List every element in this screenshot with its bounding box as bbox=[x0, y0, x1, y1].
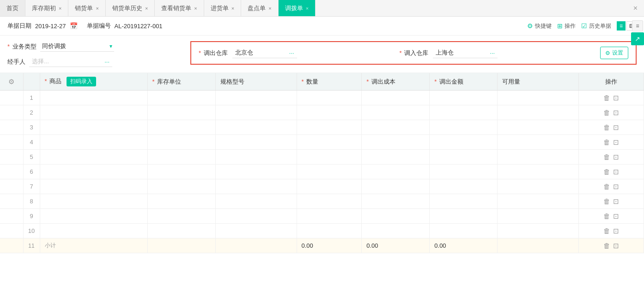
row-product-cell[interactable] bbox=[40, 194, 147, 209]
row-copy-icon[interactable]: ⊡ bbox=[613, 183, 619, 191]
row-spec-cell[interactable] bbox=[215, 120, 297, 135]
row-amount-cell[interactable] bbox=[430, 224, 498, 238]
row-cost-cell[interactable] bbox=[362, 150, 430, 165]
tab-inventory-check-close[interactable]: × bbox=[268, 6, 271, 11]
row-qty-cell[interactable] bbox=[297, 165, 362, 179]
row-amount-cell[interactable] bbox=[430, 165, 498, 179]
person-select[interactable]: 选择... ··· bbox=[29, 56, 112, 67]
row-cost-cell[interactable] bbox=[362, 209, 430, 224]
row-copy-icon[interactable]: ⊡ bbox=[613, 94, 619, 102]
row-delete-icon[interactable]: 🗑 bbox=[603, 197, 610, 205]
row-unit-cell[interactable] bbox=[147, 150, 215, 165]
row-amount-cell[interactable] bbox=[430, 150, 498, 165]
row-cost-cell[interactable] bbox=[362, 224, 430, 238]
operations-button[interactable]: ⊞ 操作 bbox=[557, 22, 576, 30]
row-unit-cell[interactable] bbox=[147, 224, 215, 238]
row-copy-icon[interactable]: ⊡ bbox=[613, 123, 619, 132]
history-button[interactable]: ☑ 历史单据 bbox=[581, 22, 611, 30]
transfer-in-warehouse[interactable]: 上海仓 ··· bbox=[433, 48, 498, 58]
row-unit-cell[interactable] bbox=[147, 209, 215, 224]
row-spec-cell[interactable] bbox=[215, 165, 297, 179]
tab-home[interactable]: 首页 bbox=[0, 0, 25, 16]
subtotal-delete-icon[interactable]: 🗑 bbox=[603, 242, 610, 250]
transfer-out-more-icon[interactable]: ··· bbox=[289, 49, 294, 56]
row-product-cell[interactable] bbox=[40, 179, 147, 194]
row-qty-cell[interactable] bbox=[297, 179, 362, 194]
row-unit-cell[interactable] bbox=[147, 120, 215, 135]
row-product-cell[interactable] bbox=[40, 120, 147, 135]
tab-sales-order[interactable]: 销货单 × bbox=[68, 0, 105, 16]
row-cost-cell[interactable] bbox=[362, 120, 430, 135]
row-qty-cell[interactable] bbox=[297, 105, 362, 120]
row-cost-cell[interactable] bbox=[362, 165, 430, 179]
row-delete-icon[interactable]: 🗑 bbox=[603, 212, 610, 220]
row-unit-cell[interactable] bbox=[147, 105, 215, 120]
tab-purchase-order-close[interactable]: × bbox=[231, 6, 234, 11]
row-delete-icon[interactable]: 🗑 bbox=[603, 153, 610, 161]
row-amount-cell[interactable] bbox=[430, 194, 498, 209]
row-amount-cell[interactable] bbox=[430, 91, 498, 105]
row-unit-cell[interactable] bbox=[147, 179, 215, 194]
row-product-cell[interactable] bbox=[40, 91, 147, 105]
row-amount-cell[interactable] bbox=[430, 120, 498, 135]
row-product-cell[interactable] bbox=[40, 105, 147, 120]
row-spec-cell[interactable] bbox=[215, 179, 297, 194]
row-copy-icon[interactable]: ⊡ bbox=[613, 212, 619, 220]
settings-button[interactable]: ⚙ 设置 bbox=[600, 47, 628, 59]
business-type-select[interactable]: 同价调拨 ▾ bbox=[40, 41, 114, 52]
tab-inventory-init[interactable]: 库存期初 × bbox=[25, 0, 68, 16]
row-cost-cell[interactable] bbox=[362, 179, 430, 194]
row-spec-cell[interactable] bbox=[215, 224, 297, 238]
row-unit-cell[interactable] bbox=[147, 135, 215, 150]
transfer-out-warehouse[interactable]: 北京仓 ··· bbox=[232, 48, 297, 58]
row-qty-cell[interactable] bbox=[297, 224, 362, 238]
row-spec-cell[interactable] bbox=[215, 135, 297, 150]
row-delete-icon[interactable]: 🗑 bbox=[603, 138, 610, 146]
row-amount-cell[interactable] bbox=[430, 179, 498, 194]
row-qty-cell[interactable] bbox=[297, 194, 362, 209]
row-qty-cell[interactable] bbox=[297, 91, 362, 105]
tab-transfer-order-close[interactable]: × bbox=[306, 6, 309, 11]
subtotal-copy-icon[interactable]: ⊡ bbox=[613, 242, 619, 250]
row-qty-cell[interactable] bbox=[297, 135, 362, 150]
row-qty-cell[interactable] bbox=[297, 150, 362, 165]
row-copy-icon[interactable]: ⊡ bbox=[613, 168, 619, 176]
tab-view-sales-close[interactable]: × bbox=[194, 6, 197, 11]
row-cost-cell[interactable] bbox=[362, 105, 430, 120]
tab-sales-history[interactable]: 销货单历史 × bbox=[106, 0, 155, 16]
row-product-cell[interactable] bbox=[40, 150, 147, 165]
row-qty-cell[interactable] bbox=[297, 120, 362, 135]
row-cost-cell[interactable] bbox=[362, 135, 430, 150]
tab-sales-order-close[interactable]: × bbox=[96, 6, 98, 11]
tab-view-sales[interactable]: 查看销货单 × bbox=[155, 0, 204, 16]
sidebar-export-button[interactable]: ↗ bbox=[631, 32, 644, 45]
row-spec-cell[interactable] bbox=[215, 91, 297, 105]
row-delete-icon[interactable]: 🗑 bbox=[603, 227, 610, 235]
row-qty-cell[interactable] bbox=[297, 209, 362, 224]
row-product-cell[interactable] bbox=[40, 165, 147, 179]
row-copy-icon[interactable]: ⊡ bbox=[613, 227, 619, 235]
row-copy-icon[interactable]: ⊡ bbox=[613, 197, 619, 206]
row-unit-cell[interactable] bbox=[147, 194, 215, 209]
window-close-button[interactable]: × bbox=[627, 0, 644, 16]
row-product-cell[interactable] bbox=[40, 224, 147, 238]
row-delete-icon[interactable]: 🗑 bbox=[603, 94, 610, 102]
row-delete-icon[interactable]: 🗑 bbox=[603, 123, 610, 131]
table-settings-icon[interactable]: ⚙ bbox=[8, 78, 14, 85]
tab-inventory-init-close[interactable]: × bbox=[59, 6, 61, 11]
row-spec-cell[interactable] bbox=[215, 150, 297, 165]
sidebar-list-button[interactable]: ≡ bbox=[632, 20, 643, 31]
row-product-cell[interactable] bbox=[40, 135, 147, 150]
row-copy-icon[interactable]: ⊡ bbox=[613, 138, 619, 146]
row-amount-cell[interactable] bbox=[430, 135, 498, 150]
row-spec-cell[interactable] bbox=[215, 209, 297, 224]
shortcuts-button[interactable]: ⚙ 快捷键 bbox=[527, 22, 552, 30]
row-cost-cell[interactable] bbox=[362, 194, 430, 209]
row-amount-cell[interactable] bbox=[430, 105, 498, 120]
row-copy-icon[interactable]: ⊡ bbox=[613, 109, 619, 117]
tab-inventory-check[interactable]: 盘点单 × bbox=[241, 0, 278, 16]
row-delete-icon[interactable]: 🗑 bbox=[603, 183, 610, 190]
layout-list-button[interactable]: ≡ bbox=[617, 21, 626, 31]
row-cost-cell[interactable] bbox=[362, 91, 430, 105]
row-spec-cell[interactable] bbox=[215, 105, 297, 120]
